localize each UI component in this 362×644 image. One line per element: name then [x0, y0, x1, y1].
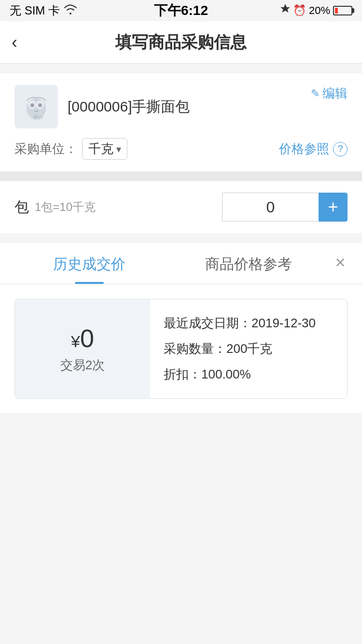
- battery-percent: 20%: [309, 4, 330, 17]
- edit-button[interactable]: ✎ 编辑: [311, 85, 348, 102]
- product-left: 野计 [0000006]手撕面包: [14, 85, 190, 128]
- unit-value: 千克: [88, 140, 113, 157]
- price-ref-button[interactable]: 价格参照 ?: [279, 140, 348, 157]
- back-button[interactable]: ‹: [12, 32, 17, 53]
- discount-value: 100.00%: [201, 367, 251, 381]
- date-label: 最近成交日期：: [164, 316, 251, 330]
- currency-symbol: ¥: [71, 332, 80, 350]
- date-row: 最近成交日期：2019-12-30: [164, 314, 334, 333]
- product-card: 野计 [0000006]手撕面包 ✎ 编辑 采购单位： 千克 ▾ 价格参照 ?: [0, 73, 362, 171]
- unit-conversion: 1包=10千克: [35, 199, 96, 215]
- carrier-label: 无 SIM 卡: [10, 3, 60, 18]
- product-thumbnail: 野计: [14, 85, 58, 128]
- nav-bar: ‹ 填写商品采购信息: [0, 21, 362, 64]
- wifi-icon: [64, 4, 77, 17]
- location-icon: [280, 4, 290, 17]
- status-time: 下午6:12: [154, 1, 208, 20]
- status-right: ⏰ 20%: [280, 4, 352, 17]
- tabs-bar: 历史成交价 商品价格参考 ×: [0, 243, 362, 284]
- discount-row: 折扣：100.00%: [164, 365, 334, 384]
- price-ref-label: 价格参照: [279, 140, 329, 157]
- close-icon: ×: [335, 252, 345, 273]
- help-icon[interactable]: ?: [333, 142, 348, 156]
- product-header: 野计 [0000006]手撕面包 ✎ 编辑: [14, 85, 348, 128]
- main-content-bg: [0, 413, 362, 644]
- quantity-row-detail: 采购数量：200千克: [164, 339, 334, 358]
- panel-content: ¥0 交易2次 最近成交日期：2019-12-30 采购数量：200千克 折扣：…: [0, 284, 362, 413]
- status-left: 无 SIM 卡: [10, 3, 77, 18]
- history-card: ¥0 交易2次 最近成交日期：2019-12-30 采购数量：200千克 折扣：…: [14, 299, 348, 399]
- product-logo: 野计: [22, 92, 51, 121]
- quantity-input-area: +: [222, 193, 348, 222]
- battery-icon: [333, 6, 352, 15]
- quantity-input[interactable]: [222, 193, 319, 222]
- date-value: 2019-12-30: [251, 316, 316, 330]
- quantity-value: 200千克: [226, 341, 272, 356]
- quantity-label: 采购数量：: [164, 341, 226, 356]
- svg-point-3: [30, 103, 34, 107]
- plus-icon: +: [328, 197, 338, 217]
- price-value: 0: [80, 324, 94, 352]
- quantity-row: 包 1包=10千克 +: [0, 181, 362, 233]
- unit-dropdown[interactable]: 千克 ▾: [82, 138, 127, 160]
- unit-badge: 包: [14, 197, 29, 217]
- status-bar: 无 SIM 卡 下午6:12 ⏰ 20%: [0, 0, 362, 21]
- bottom-panel: 历史成交价 商品价格参考 × ¥0 交易2次 最近成交日期：2019-12-30…: [0, 243, 362, 413]
- svg-point-4: [38, 103, 42, 107]
- unit-label: 采购单位： 千克 ▾: [14, 138, 127, 160]
- edit-label: 编辑: [322, 85, 348, 102]
- history-detail-area: 最近成交日期：2019-12-30 采购数量：200千克 折扣：100.00%: [150, 299, 347, 398]
- alarm-icon: ⏰: [293, 4, 306, 17]
- chevron-down-icon: ▾: [116, 143, 121, 155]
- history-trades: 交易2次: [60, 357, 105, 374]
- close-panel-button[interactable]: ×: [328, 251, 352, 275]
- page-title: 填写商品采购信息: [115, 31, 247, 54]
- history-price: ¥0: [71, 324, 94, 353]
- product-name: [0000006]手撕面包: [68, 97, 190, 117]
- quantity-plus-button[interactable]: +: [319, 193, 348, 222]
- discount-label: 折扣：: [164, 367, 201, 381]
- tab-history-price[interactable]: 历史成交价: [10, 243, 169, 284]
- svg-text:野计: 野计: [33, 115, 43, 120]
- quantity-unit-info: 包 1包=10千克: [14, 197, 96, 217]
- history-price-area: ¥0 交易2次: [15, 299, 150, 398]
- tab-price-reference[interactable]: 商品价格参考: [169, 243, 328, 284]
- edit-icon: ✎: [311, 87, 320, 100]
- section-divider: [0, 171, 362, 181]
- product-unit-row: 采购单位： 千克 ▾ 价格参照 ?: [14, 138, 348, 160]
